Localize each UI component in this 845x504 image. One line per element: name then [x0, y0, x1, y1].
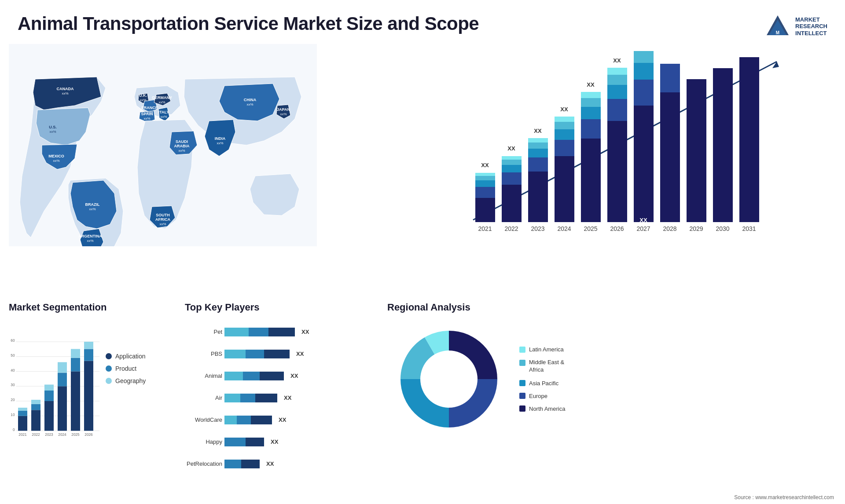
svg-rect-63: [581, 119, 601, 139]
svg-text:xx%: xx%: [49, 130, 56, 134]
legend-label-product: Product: [115, 365, 136, 372]
svg-text:Animal: Animal: [205, 373, 222, 379]
svg-text:WorldCare: WorldCare: [195, 416, 222, 423]
svg-rect-39: [475, 187, 495, 198]
bar-chart-container: XX XX XX XX: [418, 44, 836, 246]
svg-rect-117: [44, 385, 54, 391]
svg-rect-56: [555, 156, 574, 222]
svg-rect-60: [555, 117, 574, 122]
svg-rect-46: [502, 165, 522, 172]
legend-color-latin: [519, 347, 525, 353]
regional-title: Regional Analysis: [387, 302, 836, 313]
legend-dot-geography: [106, 378, 112, 384]
svg-text:XX: XX: [279, 416, 287, 423]
svg-rect-78: [660, 92, 680, 222]
svg-rect-113: [31, 404, 40, 410]
svg-text:xx%: xx%: [62, 91, 68, 95]
svg-text:MEXICO: MEXICO: [48, 154, 64, 158]
svg-text:U.S.: U.S.: [49, 125, 57, 129]
svg-text:AFRICA: AFRICA: [155, 217, 170, 222]
legend-latin-america: Latin America: [519, 346, 565, 353]
svg-text:SAUDI: SAUDI: [176, 139, 188, 144]
svg-text:2025: 2025: [584, 225, 597, 232]
legend-label-asia: Asia Pacific: [529, 380, 558, 387]
legend-label-geography: Geography: [115, 377, 146, 384]
svg-text:Air: Air: [215, 394, 223, 401]
svg-rect-38: [475, 198, 495, 222]
svg-text:2026: 2026: [610, 225, 624, 232]
segmentation-title: Market Segmentation: [9, 302, 176, 313]
legend-product: Product: [106, 365, 146, 372]
svg-text:xx%: xx%: [158, 100, 165, 104]
svg-rect-119: [58, 373, 67, 387]
svg-rect-121: [71, 372, 80, 431]
svg-rect-111: [18, 408, 27, 411]
legend-color-europe: [519, 393, 525, 399]
svg-rect-72: [607, 68, 627, 75]
svg-rect-125: [84, 349, 93, 361]
svg-rect-120: [58, 362, 67, 373]
legend-label-application: Application: [115, 353, 146, 360]
svg-text:2029: 2029: [689, 225, 703, 232]
svg-rect-76: [634, 63, 654, 80]
legend-dot-product: [106, 365, 112, 372]
segmentation-chart: 0 10 20 30 40 50 60: [9, 318, 101, 458]
svg-rect-59: [555, 122, 574, 129]
svg-text:2030: 2030: [716, 225, 729, 232]
legend-color-na: [519, 405, 525, 412]
svg-text:XX: XX: [587, 81, 595, 88]
svg-text:xx%: xx%: [178, 149, 185, 153]
legend-europe: Europe: [519, 393, 565, 399]
svg-rect-118: [58, 386, 67, 431]
svg-rect-48: [502, 156, 522, 160]
svg-text:2025: 2025: [71, 433, 80, 437]
svg-rect-110: [18, 411, 27, 416]
svg-rect-53: [528, 142, 548, 149]
legend-middle-east: Middle East &Africa: [519, 359, 565, 374]
svg-rect-68: [607, 121, 627, 222]
logo: M MARKET RESEARCH INTELLECT: [764, 13, 827, 40]
svg-rect-114: [31, 400, 40, 404]
svg-rect-116: [44, 391, 54, 401]
svg-rect-79: [660, 64, 680, 92]
svg-rect-42: [475, 173, 495, 176]
svg-text:2024: 2024: [557, 225, 571, 232]
legend-dot-application: [106, 353, 112, 359]
key-players-title: Top Key Players: [185, 302, 378, 313]
svg-text:xx%: xx%: [143, 117, 150, 121]
svg-text:2021: 2021: [478, 225, 492, 232]
svg-text:XX: XX: [534, 128, 542, 134]
donut-chart: [387, 318, 511, 441]
svg-text:ARABIA: ARABIA: [174, 144, 190, 148]
svg-text:CANADA: CANADA: [57, 87, 74, 91]
svg-text:2023: 2023: [45, 433, 53, 437]
svg-text:60: 60: [11, 339, 15, 343]
svg-text:XX: XX: [301, 329, 309, 335]
svg-rect-51: [528, 157, 548, 172]
svg-text:xx%: xx%: [246, 102, 253, 106]
svg-text:GERMANY: GERMANY: [152, 95, 172, 100]
svg-text:Happy: Happy: [206, 438, 222, 445]
svg-rect-50: [528, 172, 548, 222]
svg-rect-45: [502, 172, 522, 185]
svg-text:PetRelocation: PetRelocation: [187, 460, 222, 467]
legend-color-asia: [519, 380, 525, 386]
svg-text:40: 40: [11, 369, 15, 373]
legend-label-europe: Europe: [529, 393, 547, 399]
svg-text:2028: 2028: [663, 225, 676, 232]
svg-rect-141: [224, 350, 246, 358]
svg-text:XX: XX: [296, 351, 304, 357]
legend-label-na: North America: [529, 405, 565, 412]
svg-rect-156: [224, 416, 237, 424]
svg-rect-81: [713, 68, 733, 222]
svg-text:M: M: [776, 30, 779, 35]
svg-text:2023: 2023: [531, 225, 544, 232]
svg-rect-164: [224, 460, 241, 468]
svg-rect-65: [581, 98, 601, 107]
svg-text:U.K.: U.K.: [139, 93, 147, 98]
svg-rect-70: [607, 85, 627, 99]
svg-text:20: 20: [11, 398, 15, 402]
svg-text:2022: 2022: [32, 433, 40, 437]
svg-rect-123: [71, 349, 80, 358]
svg-rect-57: [555, 140, 574, 156]
